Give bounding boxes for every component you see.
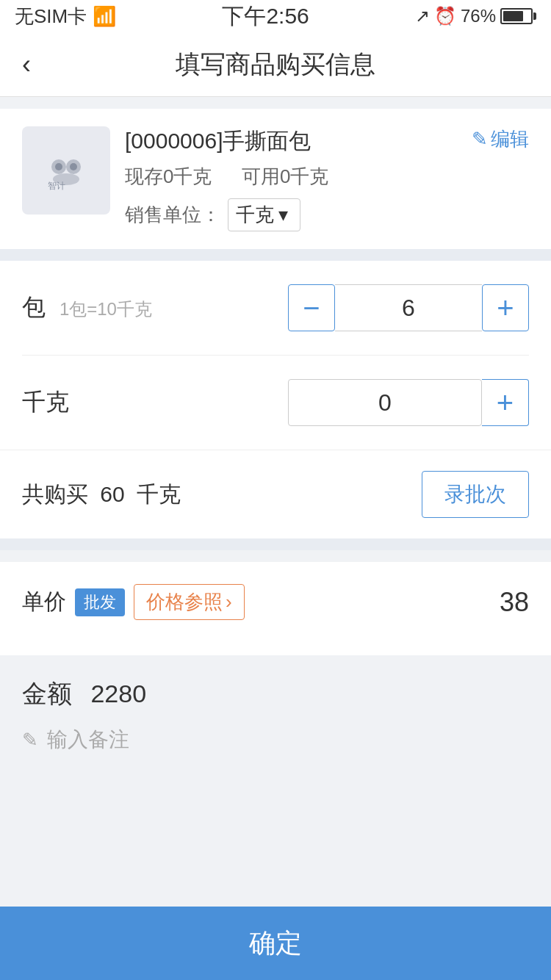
available-label: 可用0千克 (242, 165, 328, 187)
amount-row: 金额 2280 (22, 677, 529, 711)
status-right: ↗ ⏰ 76% (415, 6, 536, 26)
kg-input-row: 千克 + (22, 356, 529, 450)
price-ref-label: 价格参照 (146, 589, 223, 615)
bag-plus-button[interactable]: + (482, 284, 529, 331)
product-thumbnail: 智计 (22, 126, 110, 215)
product-card: 智计 [0000006]手撕面包 现存0千克 可用0千克 销售单位： 千克 ▾ … (0, 109, 551, 249)
alarm-icon: ⏰ (434, 6, 456, 26)
bag-input-row: 包 1包=10千克 − + (22, 261, 529, 356)
location-icon: ↗ (415, 6, 430, 26)
battery-icon (500, 8, 536, 24)
edit-button[interactable]: ✎ 编辑 (472, 126, 529, 152)
dropdown-icon: ▾ (278, 203, 288, 226)
stock-separator (217, 165, 237, 187)
wifi-icon: 📶 (93, 5, 116, 28)
amount-value: 2280 (90, 680, 146, 707)
plus-icon: + (497, 292, 514, 325)
price-ref-button[interactable]: 价格参照 › (134, 584, 245, 620)
price-label: 单价 批发 价格参照 › (22, 584, 245, 620)
bag-qty-input[interactable] (335, 284, 482, 331)
page-title: 填写商品购买信息 (176, 48, 375, 82)
unit-value: 千克 (236, 202, 274, 228)
note-placeholder: 输入备注 (47, 726, 129, 754)
bag-qty-control: − + (288, 284, 529, 331)
bag-sublabel: 1包=10千克 (60, 299, 152, 319)
product-stock: 现存0千克 可用0千克 (125, 164, 457, 190)
nav-bar: ‹ 填写商品购买信息 (0, 32, 551, 97)
price-tag: 批发 (75, 588, 125, 616)
total-qty: 60 (100, 482, 124, 506)
input-section: 包 1包=10千克 − + 千克 + (0, 261, 551, 450)
price-value: 38 (500, 587, 529, 618)
unit-label: 销售单位： (125, 202, 220, 228)
amount-label: 金额 (22, 680, 72, 707)
batch-button[interactable]: 录批次 (422, 471, 529, 518)
back-button[interactable]: ‹ (22, 49, 31, 80)
total-unit: 千克 (137, 482, 181, 506)
price-text: 单价 (22, 587, 66, 617)
product-info: [0000006]手撕面包 现存0千克 可用0千克 销售单位： 千克 ▾ (125, 126, 457, 231)
edit-label: 编辑 (491, 126, 529, 152)
kg-qty-input[interactable] (288, 379, 482, 426)
price-row: 单价 批发 价格参照 › 38 (22, 584, 529, 620)
pencil-icon: ✎ (22, 729, 38, 752)
total-label: 共购买 (22, 482, 88, 506)
kg-qty-control: + (288, 379, 529, 426)
price-section: 单价 批发 价格参照 › 38 (0, 562, 551, 655)
section-divider-1 (0, 249, 551, 261)
svg-point-2 (55, 163, 62, 170)
plus-icon-kg: + (497, 386, 514, 419)
svg-text:智计: 智计 (48, 181, 65, 191)
carrier-label: 无SIM卡 (15, 4, 87, 29)
kg-label: 千克 (22, 386, 288, 419)
minus-icon: − (303, 292, 320, 325)
note-row[interactable]: ✎ 输入备注 (22, 726, 529, 754)
total-text: 共购买 60 千克 (22, 480, 181, 510)
product-name: [0000006]手撕面包 (125, 126, 457, 156)
section-divider-2 (0, 538, 551, 550)
bag-minus-button[interactable]: − (288, 284, 335, 331)
stock-label: 现存0千克 (125, 165, 212, 187)
status-bar: 无SIM卡 📶 下午2:56 ↗ ⏰ 76% (0, 0, 551, 32)
svg-point-3 (70, 163, 77, 170)
total-row: 共购买 60 千克 录批次 (0, 450, 551, 538)
battery-percent: 76% (461, 6, 496, 26)
confirm-button[interactable]: 确定 (0, 907, 551, 980)
edit-icon: ✎ (472, 128, 488, 151)
amount-section: 金额 2280 ✎ 输入备注 (0, 655, 551, 949)
product-unit-row: 销售单位： 千克 ▾ (125, 198, 457, 231)
kg-plus-button[interactable]: + (482, 379, 529, 426)
product-card-right: ✎ 编辑 (472, 126, 529, 152)
price-ref-arrow: › (226, 591, 232, 613)
bag-label: 包 1包=10千克 (22, 292, 288, 324)
status-time: 下午2:56 (222, 1, 309, 32)
unit-select[interactable]: 千克 ▾ (228, 198, 300, 231)
status-left: 无SIM卡 📶 (15, 4, 116, 29)
